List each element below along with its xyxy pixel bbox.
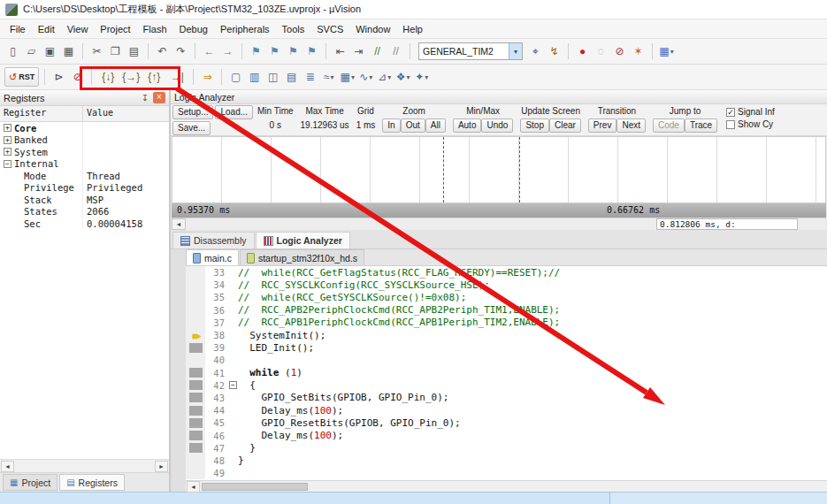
menu-view[interactable]: View (61, 21, 95, 37)
code-margin[interactable] (186, 379, 205, 392)
tab-disassembly[interactable]: Disassembly (172, 232, 255, 248)
indent-left-button[interactable]: ⇤ (332, 42, 348, 61)
checked-checkbox-icon[interactable]: ✓ (726, 108, 735, 117)
bookmark-prev-button[interactable]: ⚑ (266, 42, 283, 61)
file-tab-main-c[interactable]: main.c (186, 249, 239, 265)
code-margin[interactable] (186, 354, 205, 366)
enable-breakpoint-button[interactable]: ◌ (593, 42, 609, 61)
register-row[interactable]: −Internal (0, 158, 169, 171)
show-cy-checkbox[interactable]: Show Cy (726, 119, 775, 129)
code-line[interactable]: 45 GPIO_ResetBits(GPIOB, GPIO_Pin_0); (186, 416, 827, 429)
code-margin[interactable] (186, 442, 205, 454)
fold-collapse-icon[interactable]: − (229, 381, 237, 389)
code-line[interactable]: 35// while(RCC_GetSYSCLKSource()!=0x08); (186, 291, 827, 303)
panel-tab-registers[interactable]: ▤Registers (59, 474, 125, 491)
code-line[interactable]: 34// RCC_SYSCLKConfig(RCC_SYSCLKSource_H… (186, 279, 827, 291)
code-margin[interactable] (186, 429, 205, 441)
close-icon[interactable]: × (153, 92, 165, 103)
command-window-button[interactable]: ▢ (227, 67, 244, 87)
system-viewer-button[interactable]: ❖▾ (394, 67, 411, 87)
code-margin[interactable] (186, 454, 205, 467)
redo-button[interactable]: ↷ (172, 42, 189, 61)
trace-button[interactable]: Trace (685, 118, 717, 133)
reset-button[interactable]: ↺RST (4, 67, 39, 87)
code-line[interactable]: 39 LED_Init(); (186, 341, 827, 354)
bookmark-clear-all-button[interactable]: ⚑ (303, 42, 320, 61)
save-button[interactable]: Save... (172, 121, 211, 135)
in-button[interactable]: In (382, 118, 400, 133)
stop-button[interactable]: ⊘ (69, 67, 86, 87)
code-margin[interactable] (186, 341, 205, 354)
scrollbar-thumb[interactable] (202, 483, 308, 491)
navigate-back-button[interactable]: ← (201, 42, 218, 61)
dropdown-arrow-icon[interactable]: ▾ (509, 43, 522, 59)
step-over-button[interactable]: {→} (120, 67, 142, 87)
menu-debug[interactable]: Debug (173, 21, 214, 37)
register-row[interactable]: States2066 (0, 206, 169, 218)
menu-flash[interactable]: Flash (137, 21, 173, 37)
all-button[interactable]: All (425, 118, 446, 133)
code-margin[interactable] (186, 304, 205, 317)
menu-svcs[interactable]: SVCS (310, 21, 349, 37)
title-bar[interactable]: C:\Users\DS\Desktop\工程模板 - 副本\Project\ST… (0, 0, 827, 19)
kill-breakpoints-button[interactable]: ⊘ (611, 42, 628, 61)
expand-icon[interactable]: + (4, 124, 11, 132)
uncomment-selection-button[interactable]: // (387, 42, 404, 61)
register-row[interactable]: +System (0, 146, 169, 158)
insert-breakpoint-button[interactable]: ● (574, 42, 591, 61)
flash-download-button[interactable]: ↯ (546, 42, 563, 61)
memory-window-button[interactable]: ▦▾ (339, 67, 356, 87)
bookmark-next-button[interactable]: ⚑ (285, 42, 302, 61)
register-row[interactable]: StackMSP (0, 194, 169, 206)
comment-selection-button[interactable]: // (369, 42, 386, 61)
la-caption[interactable]: Logic Analyzer (171, 90, 827, 104)
registers-panel-caption[interactable]: Registers ↧ × (0, 90, 169, 106)
bookmark-toggle-button[interactable]: ⚑ (248, 42, 264, 61)
code-line[interactable]: 48} (186, 454, 827, 467)
scroll-left-icon[interactable]: ◄ (172, 218, 186, 230)
undo-button[interactable]: ↶ (154, 42, 171, 61)
code-margin[interactable] (186, 317, 205, 329)
code-line[interactable]: 40 (186, 354, 827, 366)
show-next-statement-button[interactable]: ⇒ (199, 67, 216, 87)
step-into-button[interactable]: {↓} (97, 67, 119, 87)
panel-tab-project[interactable]: ▦Project (3, 474, 57, 491)
cut-button[interactable]: ✂ (88, 42, 105, 61)
code-margin[interactable] (186, 367, 205, 379)
serial-window-button[interactable]: ∿▾ (357, 67, 374, 87)
code-line[interactable]: 43 GPIO_SetBits(GPIOB, GPIO_Pin_0); (186, 392, 827, 404)
code-line[interactable]: ▶▶38 SystemInit(); (186, 329, 827, 341)
register-row[interactable]: ModeThread (0, 170, 169, 182)
la-waveform[interactable] (172, 136, 826, 203)
menu-window[interactable]: Window (349, 21, 396, 37)
disassembly-window-button[interactable]: ▥ (246, 67, 263, 87)
paste-button[interactable]: ▤ (126, 42, 142, 61)
column-register[interactable]: Register (0, 106, 83, 121)
copy-button[interactable]: ❐ (107, 42, 124, 61)
code-margin[interactable] (186, 291, 205, 303)
register-row[interactable]: Sec0.00004158 (0, 218, 169, 230)
auto-button[interactable]: Auto (453, 118, 482, 133)
code-line[interactable]: 42− { (186, 379, 827, 392)
register-row[interactable]: PrivilegePrivileged (0, 182, 169, 195)
code-line[interactable]: 47 } (186, 442, 827, 454)
code-line[interactable]: 41 while (1) (186, 367, 827, 379)
menu-peripherals[interactable]: Peripherals (214, 21, 276, 37)
pin-icon[interactable]: ↧ (139, 93, 151, 103)
tab-logic-analyzer[interactable]: Logic Analyzer (256, 232, 350, 248)
disable-breakpoints-button[interactable]: ✶ (630, 42, 647, 61)
scroll-right-icon[interactable]: ► (155, 461, 168, 472)
menu-edit[interactable]: Edit (32, 21, 61, 37)
menu-help[interactable]: Help (396, 21, 429, 37)
menu-file[interactable]: File (4, 21, 32, 37)
symbols-window-button[interactable]: ◫ (264, 67, 281, 87)
menu-project[interactable]: Project (94, 21, 136, 37)
stop-button[interactable]: Stop (520, 118, 549, 133)
expand-icon[interactable]: + (4, 148, 11, 156)
save-file-button[interactable]: ▣ (42, 42, 58, 61)
file-tab-startup-stm32f10x-hd-s[interactable]: startup_stm32f10x_hd.s (240, 249, 364, 265)
prev-button[interactable]: Prev (588, 118, 617, 133)
registers-window-button[interactable]: ▤ (283, 67, 300, 87)
code-line[interactable]: 46 Delay_ms(100); (186, 429, 827, 441)
save-all-button[interactable]: ▦ (60, 42, 77, 61)
